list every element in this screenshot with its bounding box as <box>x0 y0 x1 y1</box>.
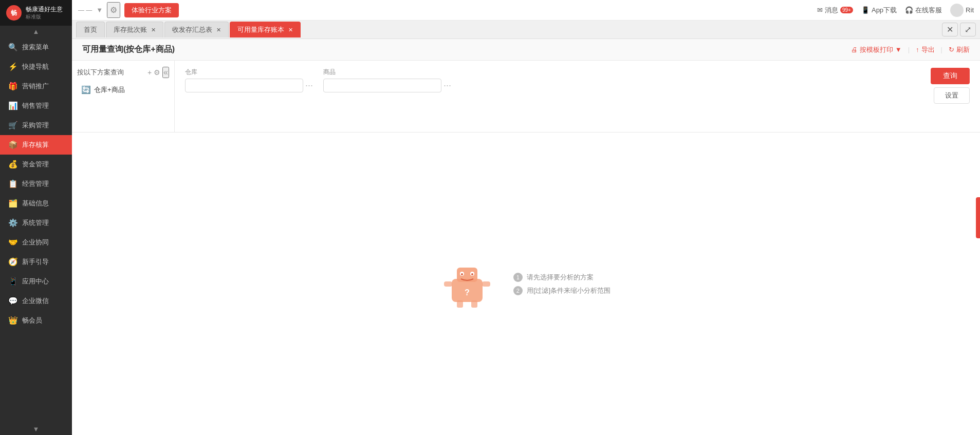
filter-option-warehouse-goods[interactable]: 🔄 仓库+商品 <box>77 82 169 98</box>
print-label: 按模板打印 <box>860 45 893 54</box>
breadcrumb-text: — — <box>78 7 92 14</box>
sidebar-item-marketing[interactable]: 🎁 营销推广 <box>0 77 72 96</box>
export-button[interactable]: ↑ 导出 <box>916 45 935 54</box>
sidebar-logo: 畅 <box>6 5 22 21</box>
right-scroll-indicator[interactable] <box>976 197 980 238</box>
filter-area: 按以下方案查询 + ⚙ « 🔄 仓库+商品 仓库 <box>72 61 980 133</box>
sidebar-item-sales[interactable]: 📊 销售管理 <box>0 96 72 116</box>
sidebar-item-label: 销售管理 <box>22 101 49 110</box>
add-scheme-button[interactable]: + <box>147 67 152 78</box>
robot-svg: ? <box>441 258 493 310</box>
tab-close-icon[interactable]: ✕ <box>151 27 156 33</box>
sidebar-header: 畅 畅康通好生意 标准版 <box>0 0 72 26</box>
sidebar-item-label: 资金管理 <box>22 160 49 169</box>
tab-available-ledger[interactable]: 可用量库存账本 ✕ <box>230 22 301 37</box>
sidebar-item-system[interactable]: ⚙️ 系统管理 <box>0 213 72 233</box>
settings-button[interactable]: 设置 <box>934 87 970 104</box>
filter-action-buttons: 查询 设置 <box>931 61 980 132</box>
export-icon: ↑ <box>916 46 919 53</box>
sidebar-item-enterprise[interactable]: 🤝 企业协同 <box>0 233 72 252</box>
sidebar-item-inventory[interactable]: 📦 库存核算 <box>0 135 72 155</box>
brand-sub: 标准版 <box>26 13 63 20</box>
sidebar-item-label: 应用中心 <box>22 277 49 286</box>
shortcut-icon: ⚡ <box>8 62 18 71</box>
warehouse-label: 仓库 <box>185 68 313 77</box>
tabs-actions: ✕ ⤢ <box>942 23 976 36</box>
goods-more-button[interactable]: ··· <box>443 80 451 91</box>
tab-home[interactable]: 首页 <box>76 22 105 37</box>
scheme-settings-button[interactable]: ⚙ <box>154 67 160 78</box>
goods-input-row: ··· <box>323 79 451 92</box>
svg-rect-6 <box>457 300 463 308</box>
svg-rect-9 <box>482 281 490 287</box>
svg-rect-7 <box>471 300 477 308</box>
empty-illustration: ? <box>441 258 493 310</box>
filter-option-label: 仓库+商品 <box>94 85 125 94</box>
online-service-button[interactable]: 🎧 在线客服 <box>905 6 942 15</box>
app-download-button[interactable]: 📱 App下载 <box>861 6 897 15</box>
tip-1-text: 请先选择要分析的方案 <box>527 273 594 282</box>
message-button[interactable]: ✉ 消息 99+ <box>817 6 853 15</box>
refresh-button[interactable]: ↻ 刷新 <box>949 45 970 54</box>
sidebar-item-vip[interactable]: 👑 畅会员 <box>0 311 72 330</box>
export-label: 导出 <box>921 45 935 54</box>
tab-batch-ledger[interactable]: 库存批次账 ✕ <box>106 22 163 37</box>
sidebar-item-label: 经营管理 <box>22 179 49 188</box>
goods-label: 商品 <box>323 68 451 77</box>
warehouse-input[interactable] <box>185 79 303 92</box>
chart-icon: 📊 <box>8 101 18 110</box>
money-icon: 💰 <box>8 160 18 169</box>
dropdown-icon: ▼ <box>895 46 902 53</box>
sidebar-item-shortcut[interactable]: ⚡ 快捷导航 <box>0 57 72 77</box>
sidebar-item-search[interactable]: 🔍 搜索菜单 <box>0 37 72 57</box>
sidebar-item-finance[interactable]: 💰 资金管理 <box>0 155 72 174</box>
tab-close-icon[interactable]: ✕ <box>216 27 221 33</box>
topbar-right: ✉ 消息 99+ 📱 App下载 🎧 在线客服 Rit <box>817 4 974 17</box>
user-name: Rit <box>966 6 974 14</box>
sidebar-brand: 畅康通好生意 标准版 <box>26 6 63 21</box>
tab-close-all-button[interactable]: ✕ <box>942 23 958 36</box>
tab-inventory-summary[interactable]: 收发存汇总表 ✕ <box>164 22 229 37</box>
tip-2-number: 2 <box>513 286 523 295</box>
topbar-gear-button[interactable]: ⚙ <box>107 2 120 18</box>
tab-maximize-button[interactable]: ⤢ <box>960 23 976 36</box>
message-label: 消息 <box>825 6 838 15</box>
trial-button[interactable]: 体验行业方案 <box>124 3 179 17</box>
sidebar-scroll-up[interactable]: ▲ <box>0 26 72 37</box>
sidebar: 畅 畅康通好生意 标准版 ▲ 🔍 搜索菜单 ⚡ 快捷导航 🎁 营销推广 📊 销售… <box>0 0 72 435</box>
dropdown-arrow[interactable]: ▼ <box>96 6 103 14</box>
sidebar-item-label: 基础信息 <box>22 199 49 208</box>
print-button[interactable]: 🖨 按模板打印 ▼ <box>851 45 902 54</box>
refresh-label: 刷新 <box>956 45 970 54</box>
sidebar-item-label: 营销推广 <box>22 82 49 91</box>
cart-icon: 🛒 <box>8 121 18 130</box>
main-area: — — ▼ ⚙ 体验行业方案 ✉ 消息 99+ 📱 App下载 🎧 在线客服 R… <box>72 0 980 435</box>
handshake-icon: 🤝 <box>8 238 18 247</box>
sidebar-menu: 🔍 搜索菜单 ⚡ 快捷导航 🎁 营销推广 📊 销售管理 🛒 采购管理 📦 库存核… <box>0 37 72 423</box>
sidebar-item-wechat[interactable]: 💬 企业微信 <box>0 291 72 311</box>
svg-text:?: ? <box>465 288 470 297</box>
sidebar-item-purchase[interactable]: 🛒 采购管理 <box>0 116 72 135</box>
sidebar-item-app[interactable]: 📱 应用中心 <box>0 272 72 291</box>
sidebar-item-operation[interactable]: 📋 经营管理 <box>0 174 72 194</box>
sidebar-item-label: 快捷导航 <box>22 62 49 71</box>
message-icon: ✉ <box>817 6 823 14</box>
sidebar-scroll-down[interactable]: ▼ <box>0 423 72 435</box>
sidebar-item-label: 库存核算 <box>22 140 49 149</box>
sidebar-item-guide[interactable]: 🧭 新手引导 <box>0 252 72 272</box>
search-icon: 🔍 <box>8 43 18 52</box>
goods-input[interactable] <box>323 79 441 92</box>
wechat-icon: 💬 <box>8 296 18 306</box>
tab-close-icon[interactable]: ✕ <box>288 27 293 33</box>
warehouse-more-button[interactable]: ··· <box>305 80 313 91</box>
sidebar-item-basic[interactable]: 🗂️ 基础信息 <box>0 194 72 213</box>
query-button[interactable]: 查询 <box>931 68 970 84</box>
user-menu[interactable]: Rit <box>950 4 974 17</box>
collapse-button[interactable]: « <box>162 67 169 78</box>
app-label: App下载 <box>872 6 897 15</box>
page-title: 可用量查询(按仓库+商品) <box>82 44 175 55</box>
crown-icon: 👑 <box>8 316 18 325</box>
svg-point-4 <box>461 273 463 275</box>
filter-sidebar: 按以下方案查询 + ⚙ « 🔄 仓库+商品 <box>72 61 175 132</box>
filter-sidebar-title: 按以下方案查询 <box>77 68 124 77</box>
